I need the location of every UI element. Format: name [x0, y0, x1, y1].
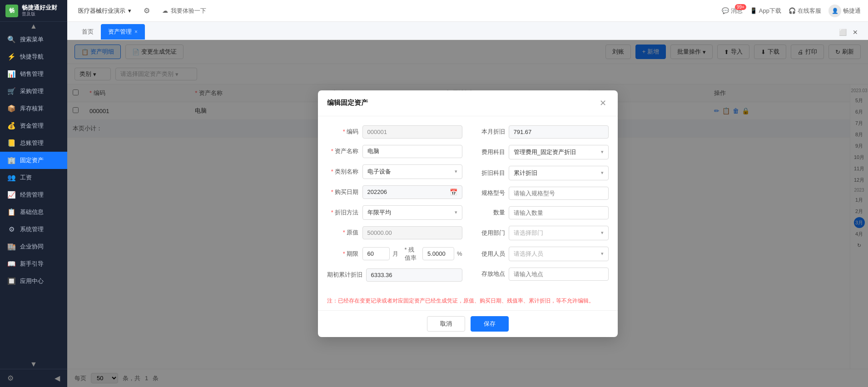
sidebar-nav: 🔍 搜索菜单 ⚡ 快捷导航 📊 销售管理 🛒 采购管理 📦 库存核算 💰 资金管…	[0, 31, 67, 360]
location-input[interactable]	[509, 268, 609, 281]
settings-bottom-icon[interactable]: ⚙	[7, 374, 14, 382]
user-btn[interactable]: 👤 畅捷通	[828, 5, 861, 17]
form-label-period: * 期限	[327, 250, 359, 258]
modal-close-btn[interactable]: ✕	[598, 98, 609, 109]
expense-subject-select[interactable]: 管理费用_固定资产折旧 ▾	[509, 145, 609, 159]
restore-window-btn[interactable]: ⬜	[837, 27, 848, 38]
experience-label: 我要体验一下	[171, 7, 206, 15]
dept-select[interactable]: 请选择部门 ▾	[509, 226, 609, 240]
depr-subject-chevron-icon: ▾	[601, 170, 604, 176]
notifications-btn[interactable]: 💬 消息 99+	[722, 7, 743, 15]
tab-home[interactable]: 首页	[74, 24, 101, 40]
experience-icon: ☁	[162, 7, 168, 14]
sidebar-scroll-up[interactable]: ▲	[0, 22, 67, 31]
sidebar-item-fixed-assets[interactable]: 🏢 固定资产	[0, 152, 67, 169]
sidebar-item-system[interactable]: ⚙ 系统管理	[0, 221, 67, 238]
expense-subject-chevron-icon: ▾	[601, 149, 604, 155]
close-window-btn[interactable]: ✕	[850, 27, 861, 38]
fund-icon: 💰	[7, 122, 15, 130]
form-row-name: * 资产名称	[327, 145, 462, 158]
tab-asset-label: 资产管理	[108, 28, 132, 36]
user-label: 畅捷通	[843, 7, 861, 15]
form-label-quantity: 数量	[473, 208, 505, 217]
sidebar-item-app-center[interactable]: 🔲 应用中心	[0, 273, 67, 290]
ledger-icon: 📒	[7, 139, 15, 147]
guide-icon: 📖	[7, 260, 15, 268]
topbar-settings-btn[interactable]: ⚙	[140, 5, 153, 17]
sidebar-item-enterprise[interactable]: 🏬 企业协同	[0, 238, 67, 255]
code-input[interactable]	[362, 125, 462, 139]
modal-hint: 注：已经存在变更记录或者对应固定资产已经生成凭证，原值、购买日期、残值率、累计折…	[318, 297, 618, 310]
category-select[interactable]: 电子设备 ▾	[362, 164, 462, 179]
depr-method-value: 年限平均	[367, 208, 453, 217]
sidebar-item-fund[interactable]: 💰 资金管理	[0, 117, 67, 134]
depr-subject-select[interactable]: 累计折旧 ▾	[509, 166, 609, 180]
inventory-icon: 📦	[7, 104, 15, 113]
sidebar-header: 畅 畅捷通好业财 普及版	[0, 0, 67, 22]
avatar: 👤	[828, 5, 841, 17]
sidebar-item-label: 销售管理	[20, 70, 44, 78]
form-left-col: * 编码 * 资产名称 * 类别名称	[327, 125, 462, 288]
period-input[interactable]	[362, 247, 390, 260]
period-unit: 月	[392, 250, 398, 258]
form-label-expense-subject: 费用科目	[473, 148, 505, 156]
quantity-input[interactable]	[509, 206, 609, 219]
depr-method-select[interactable]: 年限平均 ▾	[362, 205, 462, 220]
rate-label: * 残值率	[405, 246, 420, 262]
modal-body: * 编码 * 资产名称 * 类别名称	[318, 116, 618, 297]
sidebar-item-inventory[interactable]: 📦 库存核算	[0, 100, 67, 117]
form-row-purchase-date: * 购买日期 202206 📅	[327, 185, 462, 199]
sidebar-item-quick-nav[interactable]: ⚡ 快捷导航	[0, 48, 67, 65]
accum-depr-input[interactable]	[366, 268, 462, 282]
sidebar-item-ledger[interactable]: 📒 总账管理	[0, 134, 67, 152]
residual-rate-input[interactable]	[422, 247, 454, 260]
app-download-btn[interactable]: 📱 App下载	[750, 7, 781, 15]
company-dropdown-icon: ▾	[128, 7, 131, 14]
name-input[interactable]	[362, 145, 462, 158]
original-value-input[interactable]	[362, 226, 462, 239]
sidebar-item-search[interactable]: 🔍 搜索菜单	[0, 31, 67, 48]
spec-model-input[interactable]	[509, 187, 609, 200]
sidebar-item-basic-info[interactable]: 📋 基础信息	[0, 203, 67, 221]
experience-btn[interactable]: ☁ 我要体验一下	[159, 5, 210, 17]
fixed-assets-icon: 🏢	[7, 156, 15, 164]
app-title: 畅捷通好业财	[22, 4, 57, 11]
form-row-quantity: 数量	[473, 206, 609, 219]
notification-icon: 💬	[722, 7, 729, 14]
sidebar-scroll-down[interactable]: ▼	[0, 360, 67, 369]
save-btn[interactable]: 保存	[471, 316, 509, 332]
tabbar-actions: ⬜ ✕	[837, 27, 861, 40]
company-name: 医疗器械行业演示	[78, 7, 125, 15]
purchase-icon: 🛒	[7, 87, 15, 95]
business-icon: 📈	[7, 191, 15, 199]
sidebar-item-label: 应用中心	[20, 277, 44, 285]
user-chevron-icon: ▾	[601, 251, 604, 257]
expense-subject-value: 管理费用_固定资产折旧	[514, 148, 599, 156]
company-selector[interactable]: 医疗器械行业演示 ▾	[74, 5, 135, 17]
sidebar-item-label: 采购管理	[20, 87, 44, 95]
sidebar-item-guide[interactable]: 📖 新手引导	[0, 255, 67, 273]
collapse-sidebar-icon[interactable]: ◀	[55, 374, 60, 382]
modal-form: * 编码 * 资产名称 * 类别名称	[327, 125, 609, 288]
online-service-btn[interactable]: 🎧 在线客服	[789, 7, 821, 15]
form-right-col: 本月折旧 费用科目 管理费用_固定资产折旧 ▾	[473, 125, 609, 288]
sidebar-item-purchase[interactable]: 🛒 采购管理	[0, 83, 67, 100]
sidebar-item-label: 固定资产	[20, 156, 44, 164]
monthly-depr-input[interactable]	[509, 125, 609, 139]
sidebar-item-sales[interactable]: 📊 销售管理	[0, 65, 67, 83]
tab-close-btn[interactable]: ×	[134, 29, 138, 35]
app-title-block: 畅捷通好业财 普及版	[22, 4, 57, 18]
depr-subject-value: 累计折旧	[514, 169, 599, 177]
form-row-period-rate: * 期限 月 * 残值率 %	[327, 246, 462, 262]
user-select[interactable]: 请选择人员 ▾	[509, 247, 609, 261]
cancel-btn[interactable]: 取消	[427, 316, 465, 332]
sidebar-item-salary[interactable]: 👥 工资	[0, 169, 67, 186]
form-row-location: 存放地点	[473, 268, 609, 281]
calendar-icon: 📅	[450, 189, 457, 196]
notifications-badge: 99+	[735, 4, 746, 10]
dept-chevron-icon: ▾	[601, 230, 604, 236]
form-row-user: 使用人员 请选择人员 ▾	[473, 247, 609, 261]
search-icon: 🔍	[7, 35, 15, 44]
tab-asset-management[interactable]: 资产管理 ×	[101, 24, 145, 40]
sidebar-item-business[interactable]: 📈 经营管理	[0, 186, 67, 203]
